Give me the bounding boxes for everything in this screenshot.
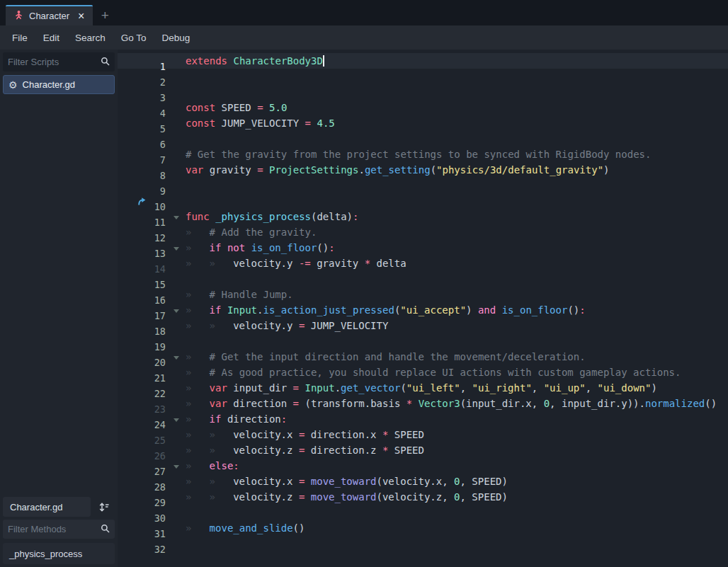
tab-character[interactable]: Character × <box>6 5 93 25</box>
code-line[interactable]: 17 »if Input.is_action_just_pressed("ui_… <box>118 302 728 318</box>
code-line[interactable]: 19 <box>118 333 728 349</box>
code-text: »»velocity.y -= gravity * delta <box>186 258 728 269</box>
menu-item-edit[interactable]: Edit <box>35 33 67 43</box>
filter-methods-input[interactable]: Filter Methods <box>3 520 115 539</box>
sort-methods-button[interactable] <box>93 497 115 517</box>
code-text: »# Handle Jump. <box>186 289 728 300</box>
code-editor[interactable]: 1 extends CharacterBody3D 2 <box>118 50 728 567</box>
code-line[interactable]: 9 <box>118 178 728 193</box>
code-lines: 1 extends CharacterBody3D 2 <box>118 53 728 551</box>
method-override-icon <box>137 197 147 206</box>
scripts-sidebar: Filter Scripts ⚙ Character.gd Character.… <box>0 50 118 567</box>
code-line[interactable]: 2 <box>118 69 728 84</box>
code-line[interactable]: 30 <box>118 505 728 520</box>
search-icon <box>101 524 110 535</box>
script-item-label: Character.gd <box>23 79 75 90</box>
code-text: »move_and_slide() <box>186 522 728 534</box>
code-text: »»velocity.x = move_toward(velocity.x, 0… <box>186 476 728 487</box>
code-line[interactable]: 15 <box>118 271 728 287</box>
menu-item-goto[interactable]: Go To <box>113 33 154 43</box>
filter-methods-placeholder: Filter Methods <box>8 524 66 534</box>
current-script-label: Character.gd <box>3 497 91 517</box>
filter-scripts-input[interactable]: Filter Scripts <box>3 52 115 71</box>
tab-label: Character <box>29 11 69 21</box>
code-text: const JUMP_VELOCITY = 4.5 <box>186 118 728 129</box>
code-text: »»velocity.z = move_toward(velocity.z, 0… <box>186 491 728 503</box>
code-text: var gravity = ProjectSettings.get_settin… <box>186 164 728 176</box>
code-text: »»velocity.y = JUMP_VELOCITY <box>186 320 728 331</box>
fold-chevron-icon[interactable] <box>174 418 179 422</box>
code-text: »»velocity.x = direction.x * SPEED <box>186 429 728 440</box>
code-line[interactable]: 21 »# As good practice, you should repla… <box>118 365 728 380</box>
script-list-empty-area <box>1 96 116 496</box>
code-line[interactable]: 4 const SPEED = 5.0 <box>118 100 728 115</box>
code-line[interactable]: 28 »»velocity.x = move_toward(velocity.x… <box>118 474 728 489</box>
code-text: »# As good practice, you should replace … <box>186 367 728 378</box>
fold-chevron-icon[interactable] <box>174 356 179 360</box>
code-line[interactable]: 14 »»velocity.y -= gravity * delta <box>118 256 728 271</box>
line-number-gutter[interactable]: 32 <box>118 521 167 566</box>
tab-close-icon[interactable]: × <box>78 11 84 22</box>
fold-chevron-icon[interactable] <box>174 247 179 251</box>
code-line[interactable]: 24 »if direction: <box>118 411 728 427</box>
code-text: »else: <box>186 460 728 471</box>
fold-chevron-icon[interactable] <box>174 309 179 313</box>
code-text: # Get the gravity from the project setti… <box>186 149 728 160</box>
code-line[interactable]: 11 func _physics_process(delta): <box>118 209 728 224</box>
code-text: »if not is_on_floor(): <box>186 242 728 253</box>
code-text: »if direction: <box>186 413 728 425</box>
method-list-item-physics-process[interactable]: _physics_process <box>3 543 115 564</box>
fold-chevron-icon[interactable] <box>174 216 179 219</box>
code-line[interactable]: 25 »»velocity.x = direction.x * SPEED <box>118 427 728 442</box>
tab-add-button[interactable]: + <box>93 5 117 25</box>
code-text: »# Add the gravity. <box>186 227 728 238</box>
code-line[interactable]: 29 »»velocity.z = move_toward(velocity.z… <box>118 489 728 505</box>
code-line[interactable]: 27 »else: <box>118 458 728 474</box>
code-line[interactable]: 1 extends CharacterBody3D <box>118 53 728 69</box>
code-line[interactable]: 6 <box>118 131 728 147</box>
code-text: »# Get the input direction and handle th… <box>186 351 728 362</box>
code-line[interactable]: 22 »var input_dir = Input.get_vector("ui… <box>118 380 728 396</box>
code-text: »if Input.is_action_just_pressed("ui_acc… <box>186 304 728 316</box>
menu-item-search[interactable]: Search <box>67 33 113 43</box>
filter-scripts-placeholder: Filter Scripts <box>8 57 59 67</box>
menu-bar: File Edit Search Go To Debug <box>0 25 728 50</box>
code-line[interactable]: 23 »var direction = (transform.basis * V… <box>118 396 728 411</box>
code-line[interactable]: 5 const JUMP_VELOCITY = 4.5 <box>118 115 728 131</box>
code-text: extends CharacterBody3D <box>186 55 728 67</box>
character-body-icon <box>14 10 23 22</box>
code-text: »»velocity.z = direction.z * SPEED <box>186 445 728 456</box>
code-line[interactable]: 32 <box>118 536 728 551</box>
code-text: const SPEED = 5.0 <box>186 102 728 113</box>
code-line[interactable]: 31 »move_and_slide() <box>118 520 728 536</box>
menu-item-debug[interactable]: Debug <box>154 33 198 43</box>
code-text: »var direction = (transform.basis * Vect… <box>186 398 728 409</box>
code-line[interactable]: 20 »# Get the input direction and handle… <box>118 349 728 365</box>
code-text: func _physics_process(delta): <box>186 211 728 222</box>
code-line[interactable]: 16 »# Handle Jump. <box>118 287 728 302</box>
code-text: »var input_dir = Input.get_vector("ui_le… <box>186 382 728 394</box>
fold-chevron-icon[interactable] <box>174 465 179 469</box>
code-line[interactable]: 10 <box>118 193 728 209</box>
gear-icon: ⚙ <box>8 80 18 90</box>
code-line[interactable]: 3 <box>118 84 728 100</box>
code-line[interactable]: 13 »if not is_on_floor(): <box>118 240 728 256</box>
code-line[interactable]: 12 »# Add the gravity. <box>118 224 728 240</box>
sort-icon <box>98 502 110 512</box>
search-icon <box>101 57 110 68</box>
code-line[interactable]: 7 # Get the gravity from the project set… <box>118 147 728 162</box>
code-line[interactable]: 8 var gravity = ProjectSettings.get_sett… <box>118 162 728 178</box>
code-line[interactable]: 18 »»velocity.y = JUMP_VELOCITY <box>118 318 728 333</box>
menu-item-file[interactable]: File <box>4 33 35 43</box>
tab-bar: Character × + <box>0 0 728 25</box>
text-caret <box>323 55 324 67</box>
code-line[interactable]: 26 »»velocity.z = direction.z * SPEED <box>118 442 728 458</box>
script-list-item-character[interactable]: ⚙ Character.gd <box>3 75 115 94</box>
line-number: 32 <box>154 544 166 555</box>
